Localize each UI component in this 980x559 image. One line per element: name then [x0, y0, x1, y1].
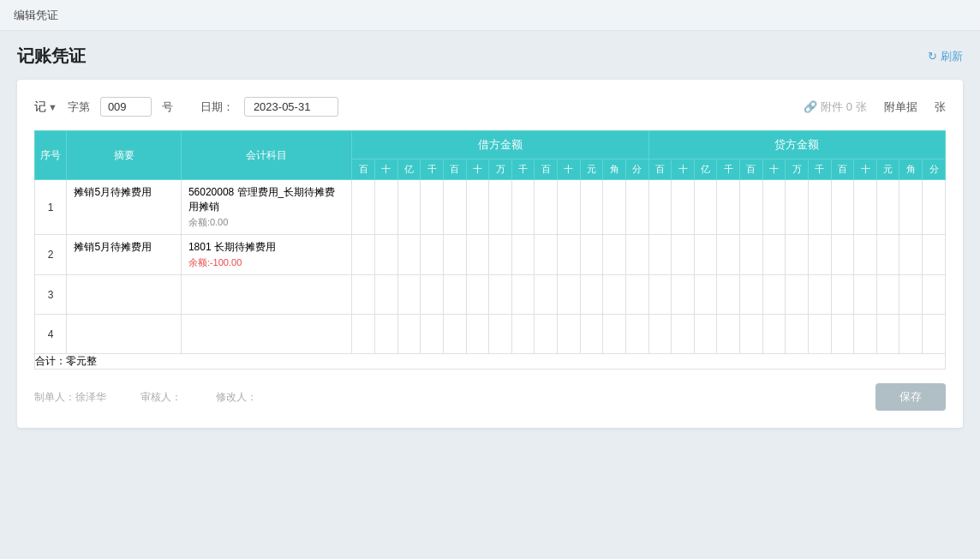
credit-9[interactable] — [831, 315, 854, 354]
debit-11[interactable] — [580, 180, 603, 235]
debit-6[interactable] — [466, 235, 489, 275]
credit-6[interactable] — [762, 180, 786, 235]
debit-7[interactable] — [489, 180, 512, 235]
debit-2[interactable] — [375, 275, 398, 315]
credit-5[interactable] — [740, 315, 763, 354]
debit-13[interactable] — [625, 275, 648, 315]
debit-1[interactable] — [352, 275, 375, 315]
debit-3[interactable] — [397, 235, 421, 275]
credit-8[interactable] — [808, 180, 831, 235]
credit-9[interactable] — [831, 275, 854, 315]
credit-4[interactable] — [717, 235, 740, 275]
row-subject[interactable]: 1801 长期待摊费用 余额:-100.00 — [181, 235, 352, 275]
debit-3[interactable] — [397, 180, 421, 235]
credit-13[interactable] — [923, 235, 946, 275]
debit-10[interactable] — [558, 275, 581, 315]
credit-12[interactable] — [899, 180, 923, 235]
credit-3[interactable] — [694, 275, 717, 315]
debit-5[interactable] — [443, 275, 466, 315]
debit-6[interactable] — [466, 315, 489, 354]
credit-5[interactable] — [740, 180, 763, 235]
credit-10[interactable] — [854, 315, 877, 354]
debit-7[interactable] — [489, 275, 512, 315]
debit-4[interactable] — [421, 235, 444, 275]
credit-4[interactable] — [717, 275, 740, 315]
debit-6[interactable] — [466, 275, 489, 315]
debit-8[interactable] — [511, 315, 535, 354]
row-subject[interactable] — [181, 315, 352, 354]
debit-13[interactable] — [625, 315, 648, 354]
debit-1[interactable] — [352, 315, 375, 354]
row-abstract[interactable]: 摊销5月待摊费用 — [67, 180, 181, 235]
row-abstract[interactable] — [67, 275, 181, 315]
row-subject[interactable]: 56020008 管理费用_长期待摊费用摊销 余额:0.00 — [181, 180, 352, 235]
credit-1[interactable] — [648, 315, 672, 354]
credit-6[interactable] — [762, 235, 786, 275]
credit-1[interactable] — [648, 275, 672, 315]
debit-9[interactable] — [535, 235, 558, 275]
debit-8[interactable] — [511, 180, 535, 235]
debit-1[interactable] — [352, 180, 375, 235]
credit-13[interactable] — [923, 275, 946, 315]
credit-1[interactable] — [648, 180, 672, 235]
debit-12[interactable] — [603, 315, 626, 354]
credit-13[interactable] — [923, 315, 946, 354]
debit-2[interactable] — [375, 180, 398, 235]
debit-4[interactable] — [421, 315, 444, 354]
credit-2[interactable] — [672, 315, 695, 354]
credit-10[interactable] — [854, 275, 877, 315]
debit-11[interactable] — [580, 275, 603, 315]
debit-13[interactable] — [625, 235, 648, 275]
credit-3[interactable] — [694, 315, 717, 354]
debit-5[interactable] — [443, 235, 466, 275]
debit-10[interactable] — [558, 235, 581, 275]
credit-5[interactable] — [740, 275, 763, 315]
credit-3[interactable] — [694, 180, 717, 235]
debit-12[interactable] — [603, 235, 626, 275]
refresh-button[interactable]: ↻ 刷新 — [928, 49, 963, 64]
voucher-type-selector[interactable]: 记 ▼ — [34, 99, 57, 115]
debit-12[interactable] — [603, 180, 626, 235]
debit-10[interactable] — [558, 180, 581, 235]
credit-9[interactable] — [831, 235, 854, 275]
debit-8[interactable] — [511, 275, 535, 315]
debit-3[interactable] — [397, 315, 421, 354]
debit-5[interactable] — [443, 180, 466, 235]
row-abstract[interactable] — [67, 315, 181, 354]
debit-8[interactable] — [511, 235, 535, 275]
credit-8[interactable] — [808, 275, 831, 315]
debit-5[interactable] — [443, 315, 466, 354]
credit-3[interactable] — [694, 235, 717, 275]
voucher-number-input[interactable] — [100, 97, 152, 117]
credit-2[interactable] — [672, 275, 695, 315]
credit-8[interactable] — [808, 235, 831, 275]
debit-2[interactable] — [375, 235, 398, 275]
credit-8[interactable] — [808, 315, 831, 354]
debit-13[interactable] — [625, 180, 648, 235]
date-input[interactable] — [244, 97, 338, 117]
dropdown-arrow-icon[interactable]: ▼ — [48, 102, 57, 112]
debit-9[interactable] — [535, 275, 558, 315]
debit-11[interactable] — [580, 235, 603, 275]
credit-11[interactable] — [876, 180, 899, 235]
credit-6[interactable] — [762, 275, 786, 315]
credit-11[interactable] — [876, 235, 899, 275]
credit-9[interactable] — [831, 180, 854, 235]
debit-7[interactable] — [489, 315, 512, 354]
credit-7[interactable] — [786, 275, 809, 315]
credit-5[interactable] — [740, 235, 763, 275]
credit-2[interactable] — [672, 180, 695, 235]
credit-12[interactable] — [899, 235, 923, 275]
credit-1[interactable] — [648, 235, 672, 275]
credit-10[interactable] — [854, 235, 877, 275]
debit-9[interactable] — [535, 315, 558, 354]
credit-7[interactable] — [786, 180, 809, 235]
debit-4[interactable] — [421, 275, 444, 315]
debit-3[interactable] — [397, 275, 421, 315]
debit-11[interactable] — [580, 315, 603, 354]
save-button[interactable]: 保存 — [875, 383, 946, 411]
debit-4[interactable] — [421, 180, 444, 235]
debit-6[interactable] — [466, 180, 489, 235]
credit-12[interactable] — [899, 275, 923, 315]
debit-9[interactable] — [535, 180, 558, 235]
